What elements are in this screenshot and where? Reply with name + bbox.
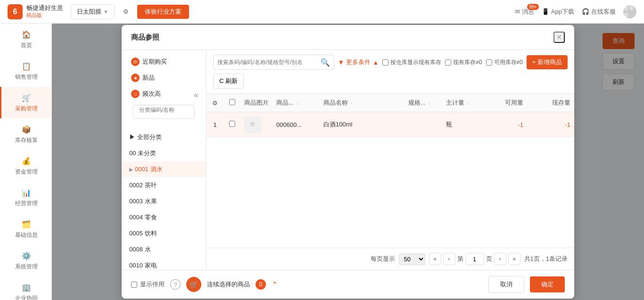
frequent-btn[interactable]: ☆ 频次高	[127, 87, 171, 101]
checkbox-warehouse-stock[interactable]: 按仓库显示现有库存	[382, 58, 441, 67]
sidebar-item-enterprise[interactable]: 🏢企业协同	[0, 276, 51, 300]
page-last-button[interactable]: »	[508, 253, 520, 265]
per-page-select[interactable]: 50 10 20 100	[399, 253, 425, 265]
row-code-cell: 000600...	[272, 112, 320, 137]
checkbox-nonzero-stock[interactable]: 现有库存≠0	[445, 58, 482, 67]
total-info: 共1页，1条记录	[524, 255, 568, 263]
page-suffix-text: 页	[486, 255, 492, 263]
th-settings: ⚙	[206, 94, 223, 112]
checkbox-available-nonzero[interactable]: 可用库存≠0	[486, 58, 523, 67]
cat-item-0010[interactable]: 0010 家电	[122, 258, 206, 270]
page-label-text: 第	[457, 255, 463, 263]
table-row[interactable]: 1 图 000600... 白酒100ml 瓶	[206, 112, 574, 137]
chevron-down-icon: ▼	[103, 9, 108, 15]
recent-purchase-btn[interactable]: ⟳ 近期购买	[127, 55, 171, 69]
th-unit[interactable]: 主计量 ↕	[442, 94, 480, 112]
product-image: 图	[244, 116, 261, 133]
row-stock-cell: -1	[527, 112, 574, 137]
online-service-button[interactable]: 🎧 在线客服	[582, 8, 616, 16]
sidebar-item-finance[interactable]: 💰资金管理	[0, 150, 51, 182]
search-icon: 🔍	[321, 58, 330, 67]
sidebar-item-home[interactable]: 🏠首页	[0, 24, 51, 55]
cat-item-0001[interactable]: ▶ 0001 酒水	[122, 161, 206, 177]
row-spec-cell	[405, 112, 442, 137]
checkbox-nonzero-input[interactable]	[445, 59, 451, 66]
category-search-box[interactable]: 🔍	[133, 105, 195, 119]
sidebar-item-system[interactable]: ⚙️系统管理	[0, 245, 51, 276]
business-icon: 📊	[21, 187, 32, 198]
recent-purchase-icon: ⟳	[131, 58, 140, 66]
confirm-button[interactable]: 确定	[530, 276, 565, 292]
experience-button[interactable]: 体验行业方案	[137, 5, 189, 19]
sidebar-item-label: 基础信息	[15, 231, 38, 239]
sidebar-item-business[interactable]: 📊经营管理	[0, 182, 51, 213]
purchase-icon: 🛒	[21, 92, 32, 103]
logo-area: 6 畅捷通好生意 精品版	[8, 4, 63, 19]
page-number-input[interactable]	[465, 253, 484, 265]
cart-icon-button[interactable]: 🛒	[186, 277, 201, 292]
footer-left: 显示停用	[131, 280, 165, 289]
filter-icon: ▼	[338, 58, 345, 66]
page-prev-button[interactable]: ‹	[443, 253, 455, 265]
filter-more-button[interactable]: ▼ 更多条件 ▲	[338, 58, 379, 67]
gear-icon[interactable]: ⚙	[118, 4, 133, 19]
page-first-button[interactable]: «	[429, 253, 441, 265]
product-search-input[interactable]	[217, 59, 318, 66]
sidebar-item-purchase[interactable]: 🛒采购管理	[0, 87, 51, 118]
add-product-button[interactable]: + 新增商品	[527, 55, 568, 69]
checkbox-warehouse-input[interactable]	[382, 59, 388, 66]
sidebar-item-label: 库存核算	[15, 136, 38, 144]
row-checkbox-cell[interactable]	[223, 112, 240, 137]
avatar: 徐泽华	[623, 5, 636, 18]
products-table: ⚙ 商品图片 商品... ↕ 商品名称 ↕ 规格... ↕ 主计量 ↕ 可用量	[206, 94, 574, 248]
modal-close-button[interactable]: ×	[553, 32, 565, 43]
collapse-icon[interactable]: ⌃	[272, 280, 278, 289]
row-name-cell: 白酒100ml	[320, 112, 405, 137]
cart-icon: 🛒	[189, 280, 198, 289]
product-table: ⚙ 商品图片 商品... ↕ 商品名称 ↕ 规格... ↕ 主计量 ↕ 可用量	[206, 94, 574, 137]
nav-selector[interactable]: 日太阳膜 ▼	[71, 4, 115, 19]
product-search-box[interactable]: 🔍	[213, 55, 334, 70]
cat-item-0004[interactable]: 0004 零食	[122, 209, 206, 225]
sidebar-item-basic[interactable]: 🗂️基础信息	[0, 213, 51, 245]
sidebar-item-label: 经营管理	[15, 200, 38, 208]
app-download-button[interactable]: 📱 App下载	[542, 8, 574, 16]
cancel-button[interactable]: 取消	[488, 276, 524, 293]
all-categories-item[interactable]: ▶ 全部分类	[122, 129, 206, 145]
th-code[interactable]: 商品... ↕	[272, 94, 320, 112]
sidebar: 🏠首页📋销售管理🛒采购管理📦库存核算💰资金管理📊经营管理🗂️基础信息⚙️系统管理…	[0, 24, 52, 300]
message-button[interactable]: ✉ 消息 99+	[515, 8, 534, 16]
refresh-button[interactable]: C 刷新	[213, 74, 244, 89]
th-name[interactable]: 商品名称 ↕	[320, 94, 405, 112]
system-icon: ⚙️	[21, 250, 32, 261]
headset-icon: 🎧	[582, 8, 589, 15]
help-icon[interactable]: ?	[170, 279, 181, 290]
pagination-bar: 每页显示 50 10 20 100 « ‹ 第	[206, 248, 574, 270]
message-icon: ✉	[515, 8, 520, 15]
modal-overlay: 商品参照 × ⟳ 近期购买	[52, 24, 644, 300]
show-disabled-group[interactable]: 显示停用	[131, 280, 165, 289]
cat-item-0005[interactable]: 0005 饮料	[122, 225, 206, 242]
th-spec[interactable]: 规格... ↕	[405, 94, 442, 112]
row-checkbox[interactable]	[229, 121, 235, 127]
cat-item-0003[interactable]: 0003 水果	[122, 193, 206, 209]
modal-body: ⟳ 近期购买 ★ 新品 ☆ 频次高	[122, 50, 574, 270]
sidebar-item-sales[interactable]: 📋销售管理	[0, 55, 51, 87]
checkbox-available-input[interactable]	[486, 59, 492, 66]
cat-item-00[interactable]: 00 未分类	[122, 145, 206, 161]
collapse-panel-button[interactable]: «	[192, 89, 200, 101]
page-next-button[interactable]: ›	[494, 253, 506, 265]
select-all-checkbox[interactable]	[229, 99, 235, 105]
modal-title: 商品参照	[131, 33, 159, 42]
continuous-select-label: 连续选择的商品	[207, 280, 250, 289]
user-button[interactable]: 徐泽华	[623, 5, 636, 18]
category-panel: ⟳ 近期购买 ★ 新品 ☆ 频次高	[122, 50, 206, 270]
frequent-icon: ☆	[131, 90, 140, 98]
cat-item-0008[interactable]: 0008 水	[122, 242, 206, 258]
new-items-btn[interactable]: ★ 新品	[127, 71, 171, 85]
sidebar-item-inventory[interactable]: 📦库存核算	[0, 118, 51, 150]
category-search-input[interactable]	[139, 107, 206, 113]
show-disabled-checkbox[interactable]	[131, 282, 137, 288]
cat-item-0002[interactable]: 0002 茶叶	[122, 177, 206, 193]
table-body: 1 图 000600... 白酒100ml 瓶	[206, 112, 574, 137]
